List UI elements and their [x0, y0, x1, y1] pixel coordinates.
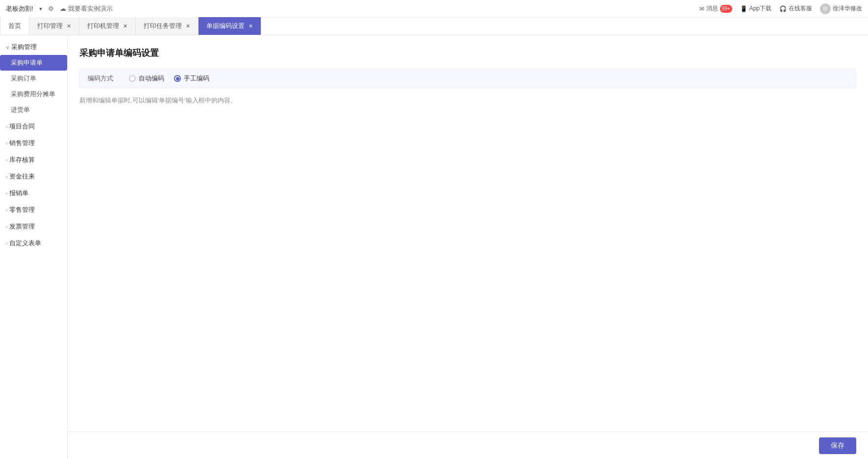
sidebar-group-sales-mgmt-label: 销售管理	[9, 139, 35, 148]
message-badge: 99+	[720, 5, 732, 13]
sidebar-group-custom-form: 自定义表单	[0, 235, 67, 251]
sidebar-group-sales-mgmt: 销售管理	[0, 135, 67, 151]
dropdown-arrow-icon[interactable]: ▾	[39, 5, 42, 12]
sidebar-group-fund-flow-label: 资金往来	[9, 172, 35, 181]
tab-print-task-mgmt-label: 打印任务管理	[144, 22, 182, 30]
sidebar-group-inventory: 库存核算	[0, 152, 67, 168]
settings-icon[interactable]: ⚙	[48, 5, 54, 12]
top-bar-left: 老板勿割! ▾ ⚙ ☁ 我要看实例演示	[6, 4, 113, 13]
coding-radio-group: 自动编码 手工编码	[129, 74, 209, 83]
arrow-icon	[6, 124, 7, 129]
sidebar: 采购管理 采购申请单 采购订单 采购费用分摊单 进货单 项目合同	[0, 35, 68, 459]
arrow-icon	[6, 45, 9, 50]
sidebar-group-inventory-title[interactable]: 库存核算	[0, 152, 67, 168]
message-button[interactable]: ✉ 消息 99+	[699, 4, 732, 13]
sidebar-group-retail-mgmt: 零售管理	[0, 202, 67, 218]
sidebar-item-purchase-expense-label: 采购费用分摊单	[11, 90, 55, 98]
top-bar-right: ✉ 消息 99+ 📱 App下载 🎧 在线客服 徐 徐泽华修改	[699, 3, 862, 14]
manual-code-radio-circle	[174, 75, 181, 82]
sidebar-group-purchase-mgmt-title[interactable]: 采购管理	[0, 39, 67, 55]
sidebar-group-custom-form-title[interactable]: 自定义表单	[0, 235, 67, 251]
app-title: 老板勿割!	[6, 4, 33, 13]
sidebar-group-sales-mgmt-title[interactable]: 销售管理	[0, 135, 67, 151]
tab-printer-mgmt-close[interactable]: ✕	[123, 23, 127, 29]
arrow-icon	[6, 191, 7, 196]
app-download-icon: 📱	[740, 5, 747, 12]
sidebar-group-project-contract-label: 项目合同	[9, 122, 35, 131]
tab-print-mgmt[interactable]: 打印管理 ✕	[29, 17, 79, 35]
demo-link[interactable]: ☁ 我要看实例演示	[60, 4, 113, 13]
sidebar-group-retail-mgmt-label: 零售管理	[9, 205, 35, 214]
tab-printer-mgmt[interactable]: 打印机管理 ✕	[79, 17, 136, 35]
coding-method-label: 编码方式	[88, 74, 117, 83]
online-service-button[interactable]: 🎧 在线客服	[779, 4, 812, 13]
arrow-icon	[6, 241, 7, 246]
manual-code-radio[interactable]: 手工编码	[174, 74, 209, 83]
tab-print-task-mgmt[interactable]: 打印任务管理 ✕	[136, 17, 198, 35]
sidebar-item-purchase-order[interactable]: 采购订单	[0, 71, 67, 86]
auto-code-label: 自动编码	[139, 74, 164, 83]
tab-home-label: 首页	[8, 22, 21, 30]
tab-printer-mgmt-label: 打印机管理	[87, 22, 119, 30]
arrow-icon	[6, 157, 7, 163]
main-layout: 采购管理 采购申请单 采购订单 采购费用分摊单 进货单 项目合同	[0, 35, 868, 459]
sidebar-group-return-order-label: 报销单	[9, 189, 28, 198]
page-title: 采购申请单编码设置	[79, 47, 856, 59]
cloud-icon: ☁	[60, 5, 66, 12]
tab-single-code-settings[interactable]: 单据编码设置 ✕	[198, 17, 261, 35]
auto-code-radio-circle	[129, 75, 136, 82]
sidebar-group-purchase-mgmt-label: 采购管理	[11, 43, 37, 51]
sidebar-group-fund-flow-title[interactable]: 资金往来	[0, 169, 67, 184]
arrow-icon	[6, 174, 7, 179]
sidebar-group-invoice-mgmt: 发票管理	[0, 219, 67, 234]
sidebar-group-inventory-label: 库存核算	[9, 155, 35, 164]
sidebar-group-return-order: 报销单	[0, 185, 67, 201]
tab-home[interactable]: 首页	[0, 17, 29, 35]
coding-method-row: 编码方式 自动编码 手工编码	[79, 69, 856, 88]
tab-bar: 首页 打印管理 ✕ 打印机管理 ✕ 打印任务管理 ✕ 单据编码设置 ✕	[0, 18, 868, 35]
sidebar-group-project-contract-title[interactable]: 项目合同	[0, 119, 67, 134]
content-inner: 采购申请单编码设置 编码方式 自动编码 手工编码 新增和编辑单据时,可以编辑'单…	[68, 35, 868, 459]
sidebar-group-return-order-title[interactable]: 报销单	[0, 185, 67, 201]
save-button[interactable]: 保存	[819, 437, 856, 454]
arrow-icon	[6, 224, 7, 230]
user-profile-button[interactable]: 徐 徐泽华修改	[820, 3, 862, 14]
sidebar-group-custom-form-label: 自定义表单	[9, 239, 41, 248]
sidebar-item-stock-in-label: 进货单	[11, 106, 30, 113]
tab-print-task-mgmt-close[interactable]: ✕	[186, 23, 190, 29]
sidebar-group-retail-mgmt-title[interactable]: 零售管理	[0, 202, 67, 218]
sidebar-item-purchase-request-label: 采购申请单	[11, 59, 43, 66]
message-icon: ✉	[699, 5, 704, 12]
sidebar-item-purchase-expense[interactable]: 采购费用分摊单	[0, 86, 67, 102]
sidebar-item-purchase-request[interactable]: 采购申请单	[0, 55, 67, 71]
app-download-button[interactable]: 📱 App下载	[740, 4, 771, 13]
tab-print-mgmt-label: 打印管理	[37, 22, 63, 30]
arrow-icon	[6, 141, 7, 146]
tab-single-code-settings-close[interactable]: ✕	[248, 23, 253, 29]
sidebar-group-project-contract: 项目合同	[0, 119, 67, 134]
sidebar-group-fund-flow: 资金往来	[0, 169, 67, 184]
content-area: 采购申请单编码设置 编码方式 自动编码 手工编码 新增和编辑单据时,可以编辑'单…	[68, 35, 868, 459]
sidebar-group-invoice-mgmt-title[interactable]: 发票管理	[0, 219, 67, 234]
footer-bar: 保存	[68, 432, 868, 459]
service-icon: 🎧	[779, 5, 787, 12]
hint-text: 新增和编辑单据时,可以编辑'单据编号'输入框中的内容。	[79, 96, 856, 105]
sidebar-item-purchase-order-label: 采购订单	[11, 75, 36, 82]
top-bar: 老板勿割! ▾ ⚙ ☁ 我要看实例演示 ✉ 消息 99+ 📱 App下载 🎧 在…	[0, 0, 868, 18]
avatar: 徐	[820, 3, 831, 14]
sidebar-item-stock-in[interactable]: 进货单	[0, 102, 67, 118]
arrow-icon	[6, 207, 7, 213]
sidebar-group-purchase-mgmt: 采购管理 采购申请单 采购订单 采购费用分摊单 进货单	[0, 39, 67, 118]
manual-code-label: 手工编码	[184, 74, 209, 83]
sidebar-group-invoice-mgmt-label: 发票管理	[9, 222, 35, 231]
auto-code-radio[interactable]: 自动编码	[129, 74, 164, 83]
tab-single-code-settings-label: 单据编码设置	[206, 22, 245, 30]
tab-print-mgmt-close[interactable]: ✕	[67, 23, 71, 29]
